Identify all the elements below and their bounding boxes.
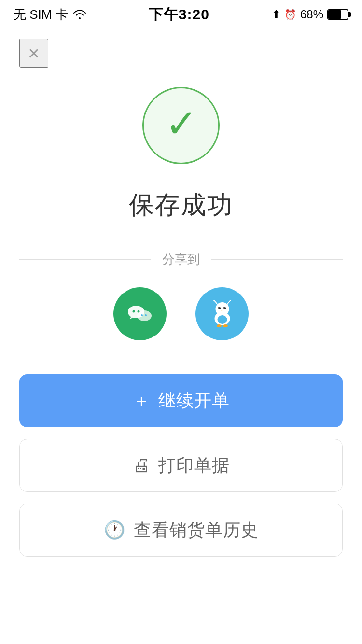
svg-point-12 (224, 307, 225, 308)
status-carrier: 无 SIM 卡 (14, 6, 86, 23)
divider-line-right (211, 259, 343, 260)
svg-point-8 (217, 315, 227, 324)
print-button[interactable]: 🖨 打印单据 (19, 439, 343, 492)
share-icons-container (113, 287, 249, 340)
history-icon: 🕐 (104, 521, 126, 539)
share-label: 分享到 (151, 251, 211, 268)
svg-point-2 (132, 310, 135, 312)
alarm-icon: ⏰ (284, 9, 296, 20)
qq-share-button[interactable] (195, 287, 249, 340)
success-title: 保存成功 (129, 188, 233, 222)
history-label: 查看销货单历史 (134, 518, 259, 542)
svg-point-3 (137, 310, 139, 312)
battery-icon (327, 9, 348, 20)
success-circle: ✓ (142, 87, 220, 164)
svg-point-14 (223, 324, 228, 327)
print-icon: 🖨 (133, 457, 151, 474)
location-icon: ⬆ (272, 8, 280, 21)
status-right: ⬆ ⏰ 68% (272, 8, 348, 21)
divider-line-left (19, 259, 151, 260)
status-bar: 无 SIM 卡 下午3:20 ⬆ ⏰ 68% (0, 0, 362, 29)
battery-percent: 68% (300, 8, 323, 21)
continue-button[interactable]: ＋ 继续开单 (19, 374, 343, 427)
close-button[interactable]: × (19, 39, 48, 68)
wifi-icon (73, 10, 86, 19)
close-icon: × (28, 43, 39, 63)
qq-icon (207, 298, 238, 330)
action-buttons: ＋ 继续开单 🖨 打印单据 🕐 查看销货单历史 (19, 374, 343, 557)
carrier-text: 无 SIM 卡 (14, 6, 68, 23)
print-label: 打印单据 (158, 454, 230, 477)
wechat-share-button[interactable] (113, 287, 167, 340)
main-content: × ✓ 保存成功 分享到 (0, 29, 362, 586)
wechat-icon (125, 298, 156, 330)
svg-point-5 (145, 314, 147, 316)
checkmark-icon: ✓ (165, 105, 197, 143)
svg-point-4 (141, 314, 143, 316)
status-time: 下午3:20 (149, 5, 209, 25)
history-button[interactable]: 🕐 查看销货单历史 (19, 504, 343, 557)
svg-point-11 (219, 307, 220, 308)
plus-icon: ＋ (133, 392, 151, 409)
continue-label: 继续开单 (158, 389, 230, 413)
share-divider: 分享到 (19, 251, 343, 268)
svg-point-13 (217, 324, 222, 327)
